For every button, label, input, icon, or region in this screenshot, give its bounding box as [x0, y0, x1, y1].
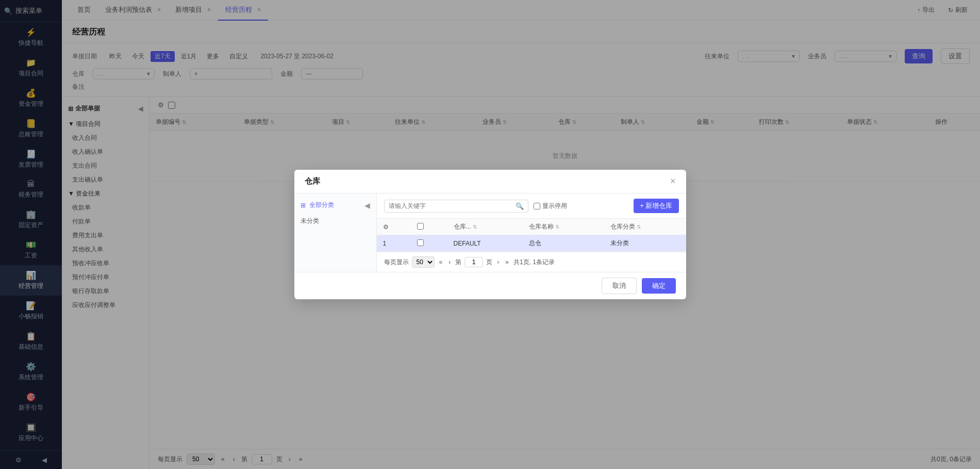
modal-category-uncategorized[interactable]: 未分类 — [294, 214, 376, 229]
modal-page-size-select[interactable]: 501020 — [412, 256, 435, 268]
all-categories-label: 全部分类 — [309, 201, 334, 209]
modal-next-page-button[interactable]: › — [495, 258, 501, 266]
grid-icon: ⊞ — [301, 202, 306, 209]
modal-left-panel: ⊞ 全部分类 ◀ 未分类 — [294, 193, 377, 272]
modal-search-input[interactable] — [389, 202, 512, 209]
modal-body: ⊞ 全部分类 ◀ 未分类 🔍 — [294, 193, 686, 272]
add-warehouse-button[interactable]: + 新增仓库 — [634, 199, 678, 213]
category-label: 未分类 — [301, 217, 319, 224]
row-name: 总仓 — [523, 235, 604, 252]
cancel-button[interactable]: 取消 — [602, 278, 637, 294]
modal-title: 仓库 — [305, 176, 320, 186]
modal-th-code: 仓库... ⇅ — [447, 219, 523, 235]
show-disabled-checkbox-label[interactable]: 显示停用 — [534, 202, 567, 211]
modal-header: 仓库 × — [294, 170, 686, 193]
modal-table-wrap: ⚙ 仓库... ⇅ 仓库名称 — [377, 219, 686, 252]
modal-pagination: 每页显示 501020 « ‹ 第 页 › » 共1页, 1条记录 — [377, 252, 686, 272]
modal-prev-page-button[interactable]: ‹ — [447, 258, 452, 266]
warehouse-modal: 仓库 × ⊞ 全部分类 ◀ 未分类 — [294, 170, 686, 299]
modal-table-row[interactable]: 1 DEFAULT 总仓 未分类 — [377, 235, 686, 252]
show-disabled-checkbox[interactable] — [534, 203, 540, 209]
modal-total-info: 共1页, 1条记录 — [513, 258, 555, 267]
modal-page-input[interactable] — [464, 257, 483, 267]
search-icon: 🔍 — [516, 202, 524, 210]
modal-first-page-button[interactable]: « — [438, 258, 444, 266]
modal-page-label: 第 — [455, 258, 461, 267]
row-category: 未分类 — [604, 235, 686, 252]
settings-icon: ⚙ — [383, 223, 389, 231]
row-code: DEFAULT — [447, 235, 523, 252]
modal-th-category: 仓库分类 ⇅ — [604, 219, 686, 235]
modal-toolbar: 🔍 显示停用 + 新增仓库 — [377, 193, 686, 219]
modal-select-all[interactable] — [417, 223, 424, 230]
modal-th-settings: ⚙ — [377, 219, 411, 235]
confirm-button[interactable]: 确定 — [642, 278, 676, 294]
modal-table-header: ⚙ 仓库... ⇅ 仓库名称 — [377, 219, 686, 235]
modal-page-of-label: 页 — [486, 258, 492, 267]
modal-last-page-button[interactable]: » — [504, 258, 510, 266]
show-disabled-label: 显示停用 — [542, 202, 567, 211]
row-index: 1 — [377, 235, 411, 252]
modal-page-size-label: 每页显示 — [384, 258, 409, 267]
modal-footer: 取消 确定 — [294, 272, 686, 299]
modal-search-box[interactable]: 🔍 — [384, 200, 528, 213]
modal-th-checkbox — [411, 219, 447, 235]
modal-right-panel: 🔍 显示停用 + 新增仓库 ⚙ — [377, 193, 686, 272]
modal-th-name: 仓库名称 ⇅ — [523, 219, 604, 235]
modal-close-button[interactable]: × — [670, 176, 676, 187]
modal-left-header: ⊞ 全部分类 ◀ — [294, 199, 376, 214]
modal-warehouse-table: ⚙ 仓库... ⇅ 仓库名称 — [377, 219, 686, 252]
modal-overlay: 仓库 × ⊞ 全部分类 ◀ 未分类 — [0, 0, 980, 469]
row-checkbox-cell[interactable] — [411, 235, 447, 252]
collapse-panel-button[interactable]: ◀ — [364, 201, 370, 209]
row-checkbox[interactable] — [417, 239, 424, 246]
